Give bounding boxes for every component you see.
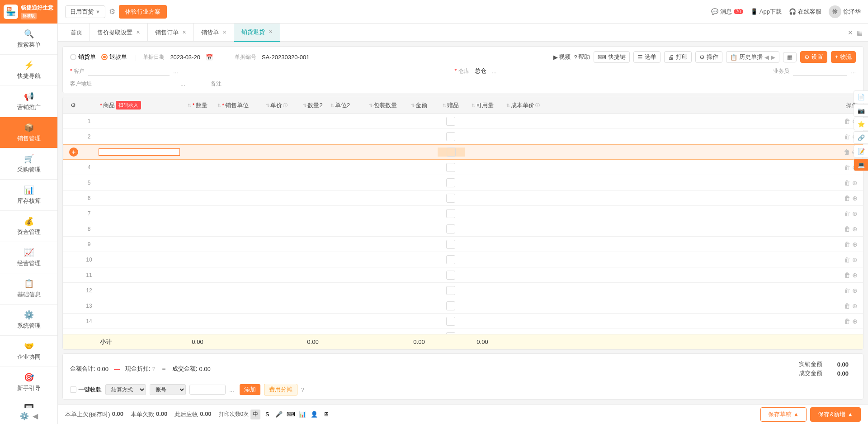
- rs-item-3[interactable]: ⭐: [854, 118, 868, 130]
- toolbar-select[interactable]: ☰ 选单: [633, 51, 660, 63]
- toolbar-shortcut[interactable]: ⌨ 快捷键: [594, 51, 630, 63]
- add-payment-dots[interactable]: ...: [229, 386, 234, 393]
- sidebar-item-operations[interactable]: 📈 经营管理: [0, 242, 57, 273]
- rs-item-2[interactable]: 📷: [854, 104, 868, 117]
- footer-tool-7[interactable]: 🖥: [321, 410, 331, 419]
- rs-item-1[interactable]: 📄: [854, 91, 868, 103]
- toolbar-logistics[interactable]: + 物流: [831, 51, 856, 63]
- copy-icon-5[interactable]: ⊕: [852, 179, 858, 186]
- delete-icon-10[interactable]: 🗑: [844, 256, 850, 263]
- footer-tool-2[interactable]: S: [262, 410, 272, 419]
- copy-icon-14[interactable]: ⊕: [852, 318, 858, 325]
- delete-icon-6[interactable]: 🗑: [844, 195, 850, 202]
- add-row-button[interactable]: +: [69, 148, 78, 157]
- td-goods-active[interactable]: [99, 148, 180, 156]
- customer-dots[interactable]: ...: [173, 68, 178, 75]
- gift-checkbox-1[interactable]: [446, 117, 455, 126]
- copy-icon-12[interactable]: ⊕: [852, 287, 858, 294]
- footer-tool-3[interactable]: 🎤: [274, 410, 284, 419]
- sidebar-item-inventory[interactable]: 📊 库存核算: [0, 180, 57, 211]
- rs-item-4[interactable]: 🔗: [854, 131, 868, 144]
- tab-sales-order-close-icon[interactable]: ✕: [182, 29, 186, 35]
- sidebar-item-finance[interactable]: 💰 资金管理: [0, 211, 57, 242]
- delete-icon-2[interactable]: 🗑: [844, 133, 850, 140]
- tab-sales-return[interactable]: 销货退货 ✕: [234, 24, 280, 42]
- rs-item-6[interactable]: 💻: [854, 158, 868, 171]
- delete-icon-7[interactable]: 🗑: [844, 210, 850, 217]
- tab-sales-close-icon[interactable]: ✕: [222, 29, 226, 35]
- delete-icon-4[interactable]: 🗑: [844, 164, 850, 171]
- delete-icon-8[interactable]: 🗑: [844, 225, 850, 233]
- customer-input[interactable]: [88, 67, 170, 76]
- tab-home[interactable]: 首页: [63, 24, 90, 42]
- discount-help-icon[interactable]: ?: [152, 366, 156, 372]
- add-payment-btn[interactable]: 添加: [240, 384, 260, 395]
- toolbar-help[interactable]: ? 帮助: [574, 53, 590, 61]
- footer-tool-4[interactable]: ⌨: [286, 410, 296, 419]
- toolbar-view-toggle[interactable]: ▦: [783, 52, 797, 62]
- tab-price[interactable]: 售价提取设置 ✕: [90, 24, 148, 42]
- copy-icon-9[interactable]: ⊕: [852, 241, 858, 248]
- sidebar-item-system[interactable]: ⚙️ 系统管理: [0, 305, 57, 336]
- industry-select[interactable]: 日用百货 ▼: [65, 5, 105, 18]
- rs-item-5[interactable]: 📝: [854, 145, 868, 157]
- toolbar-video[interactable]: ▶ 视频: [553, 53, 571, 61]
- toolbar-ops[interactable]: ⚙ 操作: [695, 51, 722, 63]
- tabs-close-all-icon[interactable]: ✕: [848, 29, 853, 36]
- delete-icon-1[interactable]: 🗑: [844, 118, 850, 125]
- sidebar-item-sales[interactable]: 📦 销售管理: [0, 117, 57, 148]
- td-gift-1[interactable]: [437, 117, 464, 126]
- service-item[interactable]: 🎧 在线客服: [789, 8, 821, 16]
- copy-icon-13[interactable]: ⊕: [852, 302, 858, 310]
- address-input[interactable]: [95, 79, 177, 88]
- tab-price-close-icon[interactable]: ✕: [136, 29, 140, 35]
- payment-method-select[interactable]: 结算方式: [105, 384, 146, 395]
- goods-input-active[interactable]: [101, 149, 178, 155]
- delete-icon-12[interactable]: 🗑: [844, 287, 850, 294]
- delete-icon-13[interactable]: 🗑: [844, 302, 850, 310]
- save-new-btn[interactable]: 保存&新增 ▲: [810, 407, 861, 422]
- one-click-pay-item[interactable]: 一键收款: [70, 386, 102, 394]
- tab-sales-order[interactable]: 销售订单 ✕: [148, 24, 194, 42]
- split-help-icon[interactable]: ?: [301, 386, 304, 393]
- sidebar-item-quick[interactable]: ⚡ 快捷导航: [0, 55, 57, 86]
- copy-icon-11[interactable]: ⊕: [852, 272, 858, 279]
- user-item[interactable]: 徐 徐泽华: [829, 5, 861, 18]
- note-input[interactable]: [225, 79, 361, 88]
- toolbar-print[interactable]: 🖨 打印: [664, 51, 692, 63]
- address-dots[interactable]: ...: [180, 81, 185, 87]
- salesperson-dots[interactable]: ...: [851, 68, 856, 75]
- footer-tool-5[interactable]: 📊: [297, 410, 307, 419]
- one-click-checkbox[interactable]: [70, 386, 76, 393]
- sidebar-item-purchase[interactable]: 🛒 采购管理: [0, 148, 57, 180]
- amount-input[interactable]: [189, 385, 226, 395]
- copy-icon-8[interactable]: ⊕: [852, 225, 858, 233]
- gift-checkbox-2[interactable]: [446, 132, 455, 141]
- toolbar-history[interactable]: 📋 历史单据 ◀ ▶: [726, 51, 779, 63]
- delete-icon-3[interactable]: 🗑: [844, 148, 850, 156]
- delete-icon-5[interactable]: 🗑: [844, 179, 850, 186]
- th-gear[interactable]: ⚙: [66, 102, 80, 109]
- collapse-icon[interactable]: ◀: [33, 412, 38, 420]
- sidebar-item-guide[interactable]: 🎯 新手引导: [0, 367, 57, 398]
- radio-sales[interactable]: 销货单: [70, 53, 96, 61]
- delete-icon-11[interactable]: 🗑: [844, 272, 850, 279]
- topbar-gear-icon[interactable]: ⚙: [109, 7, 115, 16]
- toolbar-settings[interactable]: ⚙ 设置: [800, 51, 827, 63]
- sidebar-item-apps[interactable]: 🔲 应用中心: [0, 398, 57, 408]
- tab-sales[interactable]: 销货单 ✕: [194, 24, 234, 42]
- download-item[interactable]: 📱 App下载: [750, 8, 782, 16]
- delete-icon-9[interactable]: 🗑: [844, 241, 850, 248]
- radio-return[interactable]: 退款单: [101, 53, 127, 61]
- tab-sales-return-close-icon[interactable]: ✕: [269, 29, 273, 35]
- sidebar-item-cooperation[interactable]: 🤝 企业协同: [0, 336, 57, 367]
- account-select[interactable]: 账号: [150, 384, 186, 395]
- scan-label[interactable]: 扫码录入: [116, 101, 141, 110]
- copy-icon-6[interactable]: ⊕: [852, 195, 858, 202]
- sidebar-item-search[interactable]: 🔍 搜索菜单: [0, 24, 57, 55]
- split-cost-btn[interactable]: 费用分摊: [264, 384, 297, 395]
- footer-tool-6[interactable]: 👤: [309, 410, 319, 419]
- copy-icon-10[interactable]: ⊕: [852, 256, 858, 263]
- delete-icon-14[interactable]: 🗑: [844, 318, 850, 325]
- tabs-menu-icon[interactable]: ▦: [857, 29, 863, 36]
